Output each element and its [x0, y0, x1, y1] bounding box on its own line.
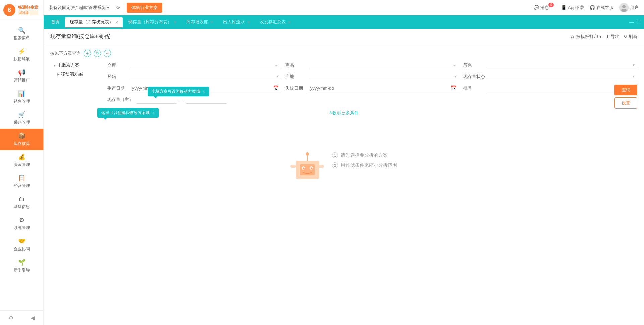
color-label: 颜色	[463, 62, 487, 68]
expire-date-field: 失效日期 📅	[285, 84, 460, 92]
arrow-down-icon: ▼	[53, 64, 56, 67]
empty-tip-1: 1 请先选择要分析的方案	[332, 152, 397, 158]
size-arrow-icon: ▾	[277, 74, 279, 79]
scheme-tree: ▼ 电脑端方案 ▶ 移动端方案	[50, 61, 104, 78]
tab-close-batch-ledger[interactable]: ✕	[210, 20, 213, 24]
tab-bar-right: — ⛶	[629, 19, 641, 25]
size-select[interactable]: ▾	[131, 73, 281, 80]
marketing-icon: 📢	[18, 69, 25, 76]
tab-minimize-btn[interactable]: —	[629, 19, 634, 25]
collapse-sidebar-btn[interactable]: ◀	[31, 315, 35, 321]
query-button[interactable]: 查询	[614, 85, 637, 95]
warehouse-select[interactable]: ···	[131, 61, 281, 69]
filter-refresh-btn[interactable]: ↺	[94, 50, 101, 57]
sidebar-item-guide[interactable]: 🌱 新手引导	[0, 255, 43, 276]
expire-date-calendar-icon[interactable]: 📅	[451, 85, 457, 91]
svg-rect-12	[290, 165, 296, 168]
print-btn[interactable]: 🖨 按模板打印 ▾	[571, 34, 602, 40]
sidebar-item-search[interactable]: 🔍 搜索菜单	[0, 23, 43, 44]
tab-inventory-dist[interactable]: 现存量（库存分布表） ✕	[123, 17, 181, 27]
svg-rect-13	[319, 165, 324, 168]
filter-row-2: 尺码 ▾ 产地 ▾	[107, 73, 637, 80]
sidebar-item-inventory[interactable]: 📦 库存核算	[0, 129, 43, 150]
goods-select[interactable]: ···	[309, 61, 460, 69]
messages-btn[interactable]: 💬 消息 6	[534, 5, 556, 11]
stock-status-label: 现存量状态	[463, 74, 487, 80]
tab-in-out-flow[interactable]: 出入库流水 ✕	[218, 17, 254, 27]
expire-date-input[interactable]	[310, 86, 451, 91]
sidebar-item-operations[interactable]: 📋 经营管理	[0, 171, 43, 192]
refresh-btn[interactable]: ↻ 刷新	[624, 34, 637, 40]
online-support-btn[interactable]: 🎧 在线客服	[590, 5, 614, 11]
sidebar-item-corp[interactable]: 🤝 企业协同	[0, 234, 43, 255]
main-area: 装备及固定资产辅助管理系统 ▾ ⚙ 体验行业方案 💬 消息 6 📱 App下载 …	[44, 0, 644, 325]
sidebar-item-base-info[interactable]: 🗂 基础信息	[0, 192, 43, 213]
export-icon: ⬇	[606, 34, 609, 39]
empty-tip-2: 2 用过滤条件来缩小分析范围	[332, 162, 397, 168]
tab-close-inventory-dist[interactable]: ✕	[174, 20, 176, 24]
settings-footer-btn[interactable]: ⚙	[9, 315, 13, 321]
scheme-mobile[interactable]: ▶ 移动端方案	[50, 70, 104, 78]
dropdown-arrow-icon: ▾	[107, 5, 109, 10]
tooltip1-close-btn[interactable]: ×	[203, 89, 205, 94]
stock-status-select[interactable]: ▾	[487, 73, 637, 80]
filter-header: 按以下方案查询 + ↺ ←	[50, 50, 637, 57]
arrow-right-icon: ▶	[57, 72, 60, 76]
sidebar-nav: 🔍 搜索菜单 ⚡ 快捷导航 📢 营销推广 📊 销售管理 🛒 采购管理 📦	[0, 20, 43, 310]
tooltip2-close-btn[interactable]: ×	[152, 111, 155, 115]
stock-status-field: 现存量状态 ▾	[463, 73, 637, 80]
svg-point-8	[303, 168, 305, 169]
sidebar-item-marketing[interactable]: 📢 营销推广	[0, 65, 43, 87]
empty-tips: 1 请先选择要分析的方案 2 用过滤条件来缩小分析范围	[332, 152, 397, 172]
header-right: 💬 消息 6 📱 App下载 🎧 在线客服 用户	[534, 3, 639, 12]
svg-point-11	[306, 152, 309, 156]
filter-back-btn[interactable]: ←	[104, 50, 111, 57]
tip-num-1: 1	[332, 152, 338, 158]
chevron-up-icon: ∧	[329, 110, 332, 116]
system-title-dropdown[interactable]: 装备及固定资产辅助管理系统 ▾	[49, 5, 109, 11]
produce-date-calendar-icon[interactable]: 📅	[273, 85, 279, 91]
tab-maximize-btn[interactable]: ⛶	[637, 19, 641, 25]
page-title: 现存量查询(按仓库+商品)	[50, 33, 111, 40]
content-area: 现存量查询(按仓库+商品) 🖨 按模板打印 ▾ ⬇ 导出 ↻	[44, 29, 644, 325]
export-btn[interactable]: ⬇ 导出	[606, 34, 620, 40]
trial-button[interactable]: 体验行业方案	[127, 3, 162, 13]
refresh-icon: ↻	[624, 34, 627, 39]
tab-batch-ledger[interactable]: 库存批次账 ✕	[182, 17, 218, 27]
app-download-btn[interactable]: 📱 App下载	[561, 5, 584, 11]
user-area[interactable]: 用户	[619, 3, 639, 12]
header-settings-btn[interactable]: ⚙	[113, 3, 123, 12]
sidebar-item-system[interactable]: ⚙ 系统管理	[0, 213, 43, 234]
tab-close-in-out-flow[interactable]: ✕	[247, 20, 250, 24]
origin-select[interactable]: ▾	[309, 73, 460, 80]
tab-home[interactable]: 首页	[46, 17, 64, 27]
tooltip-create-scheme: 这里可以创建和修改方案哦 ×	[97, 108, 159, 118]
stock-max-input[interactable]	[186, 96, 226, 104]
filter-rows: 仓库 ··· 商品 ···	[107, 61, 637, 104]
color-field: 颜色 ▾	[463, 61, 637, 69]
warehouse-label: 仓库	[107, 62, 131, 68]
produce-date-label: 生产日期	[107, 85, 127, 91]
color-arrow-icon: ▾	[633, 63, 635, 67]
batch-field: 批号	[463, 84, 637, 92]
reset-button[interactable]: 设置	[614, 97, 637, 109]
color-select[interactable]: ▾	[487, 61, 637, 69]
header-left: 装备及固定资产辅助管理系统 ▾ ⚙ 体验行业方案	[49, 3, 162, 13]
phone-icon: 📱	[561, 5, 567, 10]
tab-close-inventory-status[interactable]: ✕	[115, 20, 118, 24]
svg-point-2	[621, 9, 627, 12]
goods-label: 商品	[285, 62, 309, 68]
scheme-desktop[interactable]: ▼ 电脑端方案	[50, 61, 104, 70]
origin-arrow-icon: ▾	[454, 74, 457, 79]
sidebar-item-sales[interactable]: 📊 销售管理	[0, 87, 43, 108]
tab-close-recv-summary[interactable]: ✕	[288, 20, 290, 24]
print-arrow-icon: ▾	[599, 34, 602, 39]
sidebar-item-finance[interactable]: 💰 资金管理	[0, 150, 43, 171]
tab-recv-summary[interactable]: 收发存汇总表 ✕	[255, 17, 295, 27]
sidebar-item-purchase[interactable]: 🛒 采购管理	[0, 108, 43, 129]
filter-add-btn[interactable]: +	[84, 50, 91, 57]
logo-area: 6 畅通好生意 标准版	[0, 0, 43, 20]
origin-field: 产地 ▾	[285, 73, 460, 80]
sidebar-item-quick-nav[interactable]: ⚡ 快捷导航	[0, 44, 43, 65]
tab-inventory-status[interactable]: 现存量（库存状况表） ✕	[65, 17, 123, 27]
